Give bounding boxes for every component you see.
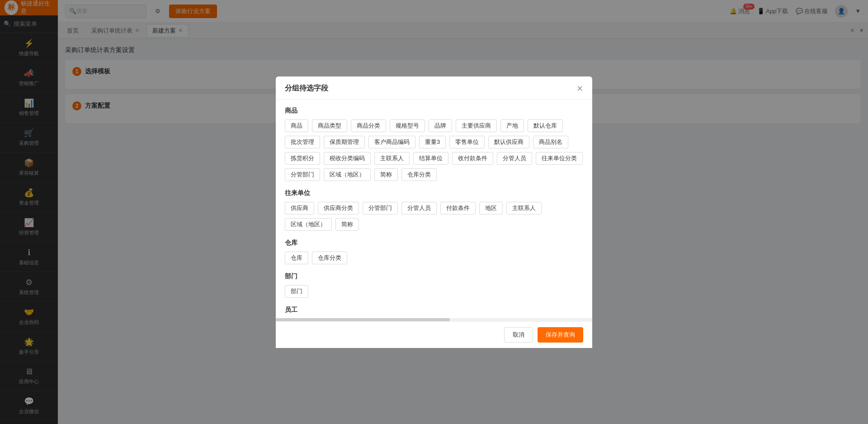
- field-tags-1: 供应商供应商分类分管部门分管人员付款条件地区主联系人区域（地区）简称: [285, 202, 583, 231]
- field-tag-0-9[interactable]: 保质期管理: [324, 136, 365, 148]
- field-tag-0-23[interactable]: 区域（地区）: [324, 168, 371, 181]
- cancel-button[interactable]: 取消: [504, 327, 533, 343]
- field-tag-0-21[interactable]: 往来单位分类: [536, 152, 583, 165]
- field-tag-0-11[interactable]: 重量3: [419, 136, 446, 148]
- field-section-3: 部门部门: [285, 272, 583, 298]
- field-tag-1-1[interactable]: 供应商分类: [318, 202, 359, 214]
- section-label-2: 仓库: [285, 239, 583, 247]
- section-label-1: 往来单位: [285, 189, 583, 197]
- field-tag-0-19[interactable]: 收付款条件: [452, 152, 493, 165]
- field-tag-1-2[interactable]: 分管部门: [363, 202, 398, 214]
- field-section-0: 商品商品商品类型商品分类规格型号品牌主要供应商产地默认仓库批次管理保质期管理客户…: [285, 107, 583, 181]
- field-tag-0-4[interactable]: 品牌: [429, 119, 452, 132]
- field-tag-2-1[interactable]: 仓库分类: [312, 252, 347, 264]
- field-tag-0-20[interactable]: 分管人员: [497, 152, 532, 165]
- modal-footer: 取消 保存并查询: [276, 321, 592, 348]
- field-tag-1-3[interactable]: 分管人员: [401, 202, 437, 214]
- field-tag-0-24[interactable]: 简称: [374, 168, 398, 181]
- field-tag-2-0[interactable]: 仓库: [285, 252, 308, 264]
- field-tag-0-15[interactable]: 拣货积分: [285, 152, 320, 165]
- field-tag-0-22[interactable]: 分管部门: [285, 168, 320, 181]
- field-section-2: 仓库仓库仓库分类: [285, 239, 583, 264]
- field-tag-0-25[interactable]: 仓库分类: [401, 168, 437, 181]
- field-tag-0-17[interactable]: 主联系人: [374, 152, 410, 165]
- field-tag-1-6[interactable]: 主联系人: [506, 202, 542, 214]
- field-tag-1-7[interactable]: 区域（地区）: [285, 218, 332, 231]
- field-section-1: 往来单位供应商供应商分类分管部门分管人员付款条件地区主联系人区域（地区）简称: [285, 189, 583, 231]
- field-section-4: 员工业务员: [285, 306, 583, 319]
- field-tag-0-8[interactable]: 批次管理: [285, 136, 320, 148]
- field-tags-2: 仓库仓库分类: [285, 252, 583, 264]
- modal-close-btn[interactable]: ✕: [576, 84, 583, 94]
- section-label-4: 员工: [285, 306, 583, 314]
- field-tag-0-3[interactable]: 规格型号: [390, 119, 425, 132]
- field-tag-0-1[interactable]: 商品类型: [312, 119, 347, 132]
- field-tag-1-8[interactable]: 简称: [335, 218, 359, 231]
- field-tags-3: 部门: [285, 285, 583, 298]
- save-query-button[interactable]: 保存并查询: [538, 327, 583, 343]
- field-tag-0-0[interactable]: 商品: [285, 119, 308, 132]
- section-label-0: 商品: [285, 107, 583, 115]
- field-tag-0-12[interactable]: 零售单位: [449, 136, 485, 148]
- field-tags-0: 商品商品类型商品分类规格型号品牌主要供应商产地默认仓库批次管理保质期管理客户商品…: [285, 119, 583, 181]
- field-tag-0-18[interactable]: 结算单位: [413, 152, 448, 165]
- field-tag-1-5[interactable]: 地区: [479, 202, 503, 214]
- field-tag-0-6[interactable]: 产地: [500, 119, 524, 132]
- field-tag-0-13[interactable]: 默认供应商: [488, 136, 529, 148]
- section-label-3: 部门: [285, 272, 583, 281]
- field-tag-0-14[interactable]: 商品别名: [533, 136, 568, 148]
- field-tag-1-0[interactable]: 供应商: [285, 202, 314, 214]
- field-tag-0-2[interactable]: 商品分类: [351, 119, 386, 132]
- field-tag-0-5[interactable]: 主要供应商: [456, 119, 497, 132]
- field-tag-0-7[interactable]: 默认仓库: [528, 119, 563, 132]
- modal-overlay: 分组待选字段 ✕ 商品商品商品类型商品分类规格型号品牌主要供应商产地默认仓库批次…: [0, 0, 868, 424]
- modal-header: 分组待选字段 ✕: [276, 76, 592, 100]
- modal-body: 商品商品商品类型商品分类规格型号品牌主要供应商产地默认仓库批次管理保质期管理客户…: [276, 100, 592, 319]
- field-tag-3-0[interactable]: 部门: [285, 285, 308, 298]
- field-tag-0-16[interactable]: 税收分类编码: [324, 152, 371, 165]
- modal-title: 分组待选字段: [285, 84, 328, 93]
- field-tag-1-4[interactable]: 付款条件: [440, 202, 476, 214]
- field-select-modal: 分组待选字段 ✕ 商品商品商品类型商品分类规格型号品牌主要供应商产地默认仓库批次…: [276, 76, 592, 348]
- field-tag-0-10[interactable]: 客户商品编码: [368, 136, 415, 148]
